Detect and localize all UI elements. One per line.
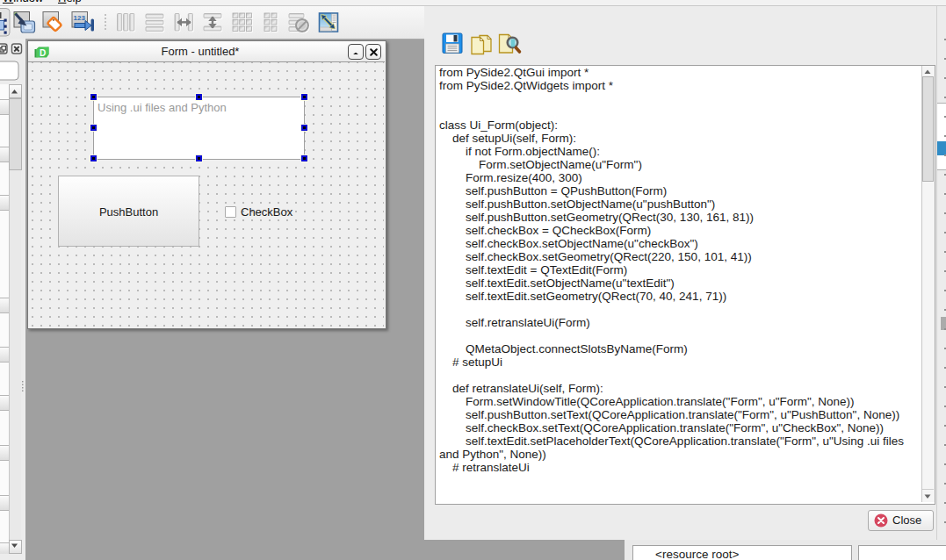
svg-text:123: 123 (74, 14, 86, 22)
